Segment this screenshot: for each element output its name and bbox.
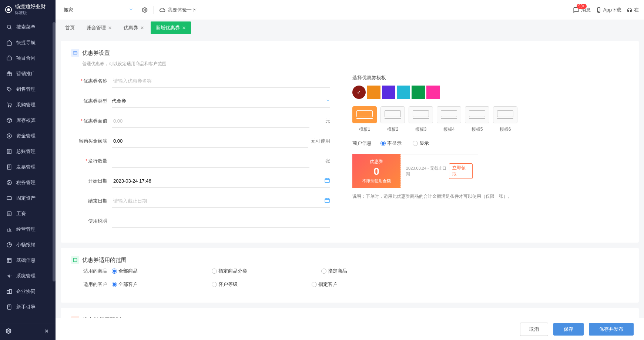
sidebar-item-tag[interactable]: 销售管理 — [0, 81, 56, 97]
settings-icon[interactable] — [5, 328, 12, 336]
sidebar-scrollbar[interactable] — [53, 0, 56, 340]
input-start-date[interactable] — [112, 174, 330, 188]
template-option[interactable] — [352, 106, 377, 123]
sidebar-item-box[interactable]: 库存核算 — [0, 113, 56, 128]
input-quantity[interactable] — [112, 154, 309, 168]
template-label: 模板1 — [352, 126, 377, 133]
svg-rect-21 — [45, 329, 46, 333]
sidebar-item-home[interactable]: 快捷导航 — [0, 35, 56, 50]
app-download-button[interactable]: App下载 — [596, 7, 621, 13]
sidebar-item-label: 税务管理 — [16, 179, 36, 186]
color-swatch[interactable] — [397, 86, 410, 99]
sidebar-item-base[interactable]: 基础信息 — [0, 253, 56, 268]
scope-row: 适用的商品全部商品指定商品分类指定商品 — [71, 268, 628, 274]
brand-logo-icon — [4, 6, 13, 14]
sidebar-item-cart[interactable]: 采购管理 — [0, 97, 56, 113]
tab[interactable]: 新增优惠券✕ — [151, 21, 191, 34]
color-swatch[interactable] — [367, 86, 380, 99]
org-selector[interactable]: 搬家 — [61, 5, 136, 15]
input-usage-desc[interactable] — [112, 214, 330, 228]
color-swatch[interactable] — [382, 86, 395, 99]
report-icon — [6, 241, 13, 248]
tab[interactable]: 首页 — [60, 21, 80, 34]
template-title: 选择优惠券模板 — [352, 74, 530, 81]
sidebar-item-biz[interactable]: 经营管理 — [0, 221, 56, 237]
template-option[interactable] — [493, 106, 517, 123]
color-swatch[interactable] — [352, 86, 366, 99]
template-labels: 模板1模板2模板3模板4模板5模板6 — [352, 126, 530, 133]
radio-merchant[interactable]: 不显示 — [380, 140, 402, 147]
sidebar-item-asset[interactable]: 固定资产 — [0, 190, 56, 206]
template-option[interactable] — [380, 106, 405, 123]
radio-dot — [413, 141, 418, 146]
tab[interactable]: 优惠券✕ — [118, 21, 149, 34]
biz-icon — [6, 226, 13, 233]
color-swatch[interactable] — [426, 86, 440, 99]
radio-label: 指定商品分类 — [218, 268, 247, 274]
tab-label: 账套管理 — [87, 24, 106, 31]
sidebar-item-corp[interactable]: 企业协同 — [0, 284, 56, 299]
sidebar-item-tax[interactable]: 税务管理 — [0, 175, 56, 190]
close-icon[interactable]: ✕ — [108, 25, 112, 30]
save-button[interactable]: 保存 — [553, 323, 584, 336]
content-area[interactable]: 优惠券设置 普通优惠券，可以设定适用商品和客户范围 *优惠券名称 优惠券类型 代… — [56, 36, 644, 318]
base-icon — [6, 257, 13, 264]
template-label: 模板3 — [409, 126, 433, 133]
calendar-icon[interactable] — [324, 197, 330, 204]
svg-rect-15 — [7, 259, 11, 263]
sidebar-item-label: 项目合同 — [16, 55, 36, 61]
collapse-sidebar-icon[interactable] — [44, 328, 50, 336]
footer-bar: 取消 保存 保存并发布 — [56, 318, 644, 340]
close-icon[interactable]: ✕ — [182, 25, 186, 30]
close-icon[interactable]: ✕ — [140, 25, 144, 30]
radio-scope[interactable]: 全部客户 — [112, 281, 138, 288]
topbar-gear-icon[interactable] — [141, 7, 148, 13]
tab[interactable]: 账套管理✕ — [81, 21, 117, 34]
cancel-button[interactable]: 取消 — [520, 323, 548, 336]
invoice-icon — [6, 164, 13, 170]
calendar-icon[interactable] — [324, 177, 330, 184]
svg-rect-12 — [7, 197, 11, 200]
tab-label: 优惠券 — [124, 24, 138, 31]
radio-scope[interactable]: 客户等级 — [212, 281, 238, 288]
chevron-down-icon — [326, 98, 330, 104]
radio-scope[interactable]: 指定商品分类 — [212, 268, 247, 274]
input-threshold[interactable] — [112, 134, 308, 148]
label-coupon-type: 优惠券类型 — [71, 98, 112, 104]
sidebar-item-ledger[interactable]: 总账管理 — [0, 144, 56, 159]
template-right: 选择优惠券模板 模板1模板2模板3模板4模板5模板6 商户信息 不显示显示 优惠… — [352, 74, 530, 234]
select-coupon-type[interactable]: 代金券 — [112, 94, 330, 108]
sidebar-item-salary[interactable]: 工资 — [0, 206, 56, 221]
svg-point-2 — [7, 25, 11, 29]
sidebar-item-money[interactable]: 资金管理 — [0, 128, 56, 144]
support-button[interactable]: 在 — [627, 7, 639, 13]
radio-scope[interactable]: 指定客户 — [312, 281, 338, 288]
org-name: 搬家 — [64, 7, 73, 13]
input-coupon-name[interactable] — [112, 74, 330, 88]
label-quantity: *发行数量 — [71, 158, 112, 164]
sidebar-item-report[interactable]: 小畅报销 — [0, 237, 56, 253]
sidebar-item-search[interactable]: 搜索菜单 — [0, 19, 56, 35]
messages-badge: 99+ — [577, 4, 587, 9]
input-coupon-value[interactable] — [112, 114, 309, 128]
sidebar-item-sys[interactable]: 系统管理 — [0, 268, 56, 284]
sidebar-item-briefcase[interactable]: 项目合同 — [0, 50, 56, 66]
template-option[interactable] — [409, 106, 433, 123]
radio-merchant[interactable]: 显示 — [413, 140, 429, 147]
sidebar-item-guide[interactable]: 新手引导 — [0, 299, 56, 315]
template-option[interactable] — [465, 106, 489, 123]
template-option[interactable] — [437, 106, 461, 123]
template-note: 说明：下单时，适用此优惠券商品的合计金额满足条件才可以使用（仅限一张）。 — [352, 193, 530, 200]
color-swatch[interactable] — [412, 86, 425, 99]
messages-button[interactable]: 99+ 消息 — [573, 7, 591, 13]
sidebar-item-invoice[interactable]: 发票管理 — [0, 159, 56, 175]
input-end-date[interactable] — [112, 194, 330, 208]
radio-scope[interactable]: 指定商品 — [321, 268, 347, 274]
preview-claim-button[interactable]: 立即领取 — [449, 163, 473, 179]
save-publish-button[interactable]: 保存并发布 — [589, 323, 634, 336]
sidebar-item-gift[interactable]: 营销推广 — [0, 66, 56, 81]
experience-link[interactable]: 我要体验一下 — [159, 7, 197, 13]
svg-point-20 — [8, 330, 10, 332]
radio-scope[interactable]: 全部商品 — [112, 268, 138, 274]
divider — [153, 6, 154, 14]
